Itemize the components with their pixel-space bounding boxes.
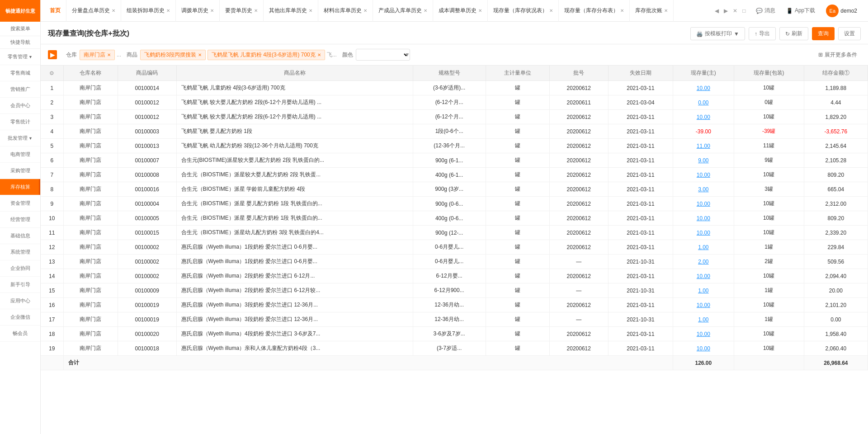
tab-close[interactable]: ✕: [363, 8, 367, 13]
sidebar-search[interactable]: 搜索菜单: [0, 22, 40, 36]
tab-close[interactable]: ✕: [424, 8, 427, 13]
sidebar-item-retail-shop[interactable]: 零售商城: [0, 65, 40, 81]
cell-qty-main[interactable]: 10.00: [673, 197, 734, 211]
sidebar-item-system[interactable]: 系统管理: [0, 244, 40, 260]
product-tag-1[interactable]: 飞鹤奶粉3段丙摆搜装 ✕: [140, 50, 206, 60]
tab-close[interactable]: ✕: [254, 8, 258, 13]
cell-code: 00100012: [118, 110, 176, 124]
tab-close[interactable]: ✕: [166, 8, 170, 13]
tab-close[interactable]: ✕: [112, 8, 115, 13]
sidebar-item-apps[interactable]: 应用中心: [0, 293, 40, 309]
cell-expire: 2021-03-11: [608, 298, 673, 312]
nav-tab-1[interactable]: 组装拆卸单历史✕: [121, 0, 176, 22]
cell-qty-main[interactable]: 3.00: [673, 182, 734, 197]
cell-qty-main[interactable]: 1.00: [673, 283, 734, 298]
tab-close[interactable]: ✕: [309, 8, 312, 13]
sidebar-item-inventory[interactable]: 库存核算: [0, 179, 40, 195]
cell-qty-main[interactable]: 10.00: [673, 211, 734, 226]
warehouse-tag-remove[interactable]: ✕: [107, 52, 111, 57]
tab-close[interactable]: ✕: [478, 8, 482, 13]
cell-qty-main[interactable]: 10.00: [673, 341, 734, 356]
table-row: 2 南岸门店 00100012 飞鹤星飞帆 较大婴儿配方奶粉 2段(6-12个月…: [41, 95, 868, 110]
expand-more-btn[interactable]: ⊞ 展开更多条件: [815, 49, 861, 61]
nav-maximize[interactable]: □: [740, 6, 749, 15]
nav-tab-5[interactable]: 材料出库单历史✕: [318, 0, 373, 22]
tab-close[interactable]: ✕: [210, 8, 214, 13]
cell-qty-main[interactable]: 10.00: [673, 110, 734, 124]
cell-amount: 509.56: [804, 255, 868, 269]
warehouse-tag[interactable]: 南岸门店 ✕: [80, 50, 115, 60]
cell-qty-main[interactable]: 1.00: [673, 312, 734, 327]
sidebar-item-finance[interactable]: 资金管理: [0, 195, 40, 212]
sidebar-item-wecom[interactable]: 企业微信: [0, 309, 40, 326]
cell-code: 00100013: [118, 139, 176, 153]
sidebar-item-member[interactable]: 会员中心: [0, 98, 40, 114]
col-settings[interactable]: ⚙: [41, 66, 63, 81]
nav-close[interactable]: ✕: [731, 6, 740, 15]
cell-spec: 12-36月幼...: [413, 298, 486, 312]
tab-close[interactable]: ✕: [549, 8, 553, 13]
nav-tab-3[interactable]: 要货单历史✕: [220, 0, 264, 22]
settings-btn[interactable]: 设置: [838, 27, 861, 40]
nav-tab-8[interactable]: 现存量（库存状况表）✕: [488, 0, 559, 22]
nav-home[interactable]: 首页: [44, 0, 66, 22]
cell-qty-main[interactable]: 10.00: [673, 168, 734, 182]
sidebar-item-guide[interactable]: 新手引导: [0, 277, 40, 293]
tab-close[interactable]: ✕: [664, 8, 668, 13]
product-tag-2[interactable]: 飞鹤星飞帆 儿童奶粉 4段(3-6岁适用) 700克 ✕: [208, 50, 325, 60]
print-btn[interactable]: 🖨️ 按模板打印 ▼: [690, 27, 745, 40]
sidebar-item-wholesale[interactable]: 批发管理▼: [0, 130, 40, 146]
nav-tab-10[interactable]: 库存批次账✕: [630, 0, 674, 22]
nav-tab-9[interactable]: 现存量（库存分布表）✕: [559, 0, 630, 22]
sidebar-item-ecommerce[interactable]: 电商管理: [0, 146, 40, 163]
tab-close[interactable]: ✕: [620, 8, 624, 13]
nav-prev[interactable]: ◀: [712, 6, 722, 15]
settings-icon[interactable]: ⚙: [49, 70, 54, 76]
product-tags: 飞鹤奶粉3段丙摆搜装 ✕ 飞鹤星飞帆 儿童奶粉 4段(3-6岁适用) 700克 …: [140, 50, 337, 60]
nav-tab-0[interactable]: 分量盘点单历史✕: [66, 0, 121, 22]
sidebar-item-marketing[interactable]: 营销推广: [0, 81, 40, 98]
cell-qty-pkg: 2罐: [734, 255, 804, 269]
export-btn[interactable]: ↑ 导出: [749, 27, 776, 40]
sidebar-item-vip[interactable]: 畅会员: [0, 326, 40, 342]
tab-label: 分量盘点单历史: [72, 7, 110, 14]
cell-qty-main[interactable]: 1.00: [673, 240, 734, 255]
nav-tab-7[interactable]: 成本调整单历史✕: [433, 0, 488, 22]
cell-qty-main[interactable]: 0.00: [673, 95, 734, 110]
product-tag-1-remove[interactable]: ✕: [198, 52, 202, 57]
sidebar-item-purchase[interactable]: 采购管理: [0, 163, 40, 179]
sidebar-item-basic[interactable]: 基础信息: [0, 228, 40, 244]
messages-btn[interactable]: 💬 消息: [752, 5, 779, 16]
cell-code: 00100012: [118, 95, 176, 110]
cell-amount: 2,312.00: [804, 197, 868, 211]
sidebar-item-corp[interactable]: 企业协同: [0, 260, 40, 277]
nav-tab-2[interactable]: 调拨单历史✕: [176, 0, 220, 22]
print-dropdown-icon: ▼: [734, 31, 739, 37]
sidebar-quick-nav[interactable]: 快捷导航: [0, 36, 40, 49]
col-qty-main: 现存量(主): [673, 66, 734, 81]
nav-tab-4[interactable]: 其他出库单历史✕: [264, 0, 318, 22]
nav-next[interactable]: ▶: [722, 6, 731, 15]
product-tag-2-remove[interactable]: ✕: [317, 52, 321, 57]
cell-qty-main[interactable]: 10.00: [673, 327, 734, 341]
expand-filter-btn[interactable]: ▶: [48, 50, 57, 59]
refresh-btn[interactable]: ↻ 刷新: [779, 27, 808, 40]
cell-batch: 20200612: [549, 327, 608, 341]
sidebar-item-operation[interactable]: 经营管理: [0, 212, 40, 228]
user-info[interactable]: Ea demo2: [822, 5, 861, 17]
cell-qty-main[interactable]: 10.00: [673, 81, 734, 95]
color-dropdown[interactable]: [356, 49, 410, 61]
sidebar-item-stats[interactable]: 零售统计: [0, 114, 40, 130]
cell-batch: 20200612: [549, 298, 608, 312]
cell-qty-main[interactable]: 10.00: [673, 269, 734, 283]
cell-qty-main[interactable]: 11.00: [673, 139, 734, 153]
cell-qty-main[interactable]: 2.00: [673, 255, 734, 269]
nav-tab-6[interactable]: 产成品入库单历史✕: [373, 0, 433, 22]
cell-qty-main[interactable]: 10.00: [673, 226, 734, 240]
sidebar-item-retail[interactable]: 零售管理▼: [0, 49, 40, 65]
app-download-btn[interactable]: 📱 App下载: [783, 5, 819, 16]
query-btn[interactable]: 查询: [812, 27, 835, 40]
cell-qty-main[interactable]: 9.00: [673, 153, 734, 168]
table-row: 8 南岸门店 00100016 合生元（BIOSTIME）派星 学龄前儿童配方奶…: [41, 182, 868, 197]
cell-qty-main[interactable]: 10.00: [673, 298, 734, 312]
